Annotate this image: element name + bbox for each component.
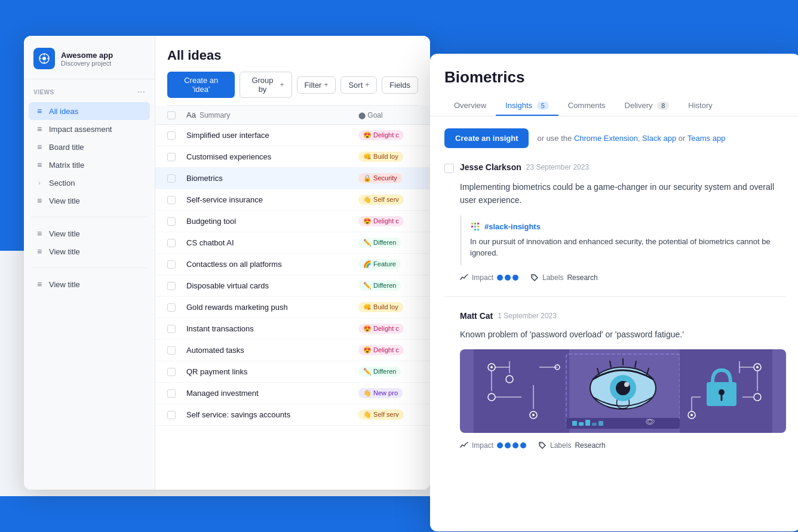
- create-insight-button[interactable]: Create an insight: [444, 128, 529, 148]
- sidebar-more-icon[interactable]: ···: [137, 87, 145, 97]
- row-goal: 👋 Self serv: [358, 410, 418, 420]
- sidebar-section-3: ≡ View title: [24, 273, 155, 296]
- sidebar-item-view-title-4[interactable]: ≡ View title: [29, 275, 150, 293]
- sidebar-item-impact-assessment[interactable]: ≡ Impact assesment: [29, 120, 150, 138]
- table-row[interactable]: CS chatbot AI ✏️ Differen: [155, 232, 430, 254]
- row-check: [167, 282, 186, 290]
- sidebar-item-label: View title: [49, 229, 80, 238]
- insight-2-impact: Impact: [460, 441, 526, 450]
- row-checkbox[interactable]: [167, 368, 176, 376]
- row-checkbox[interactable]: [167, 131, 176, 140]
- sidebar-item-all-ideas[interactable]: ≡ All ideas: [29, 102, 150, 120]
- tab-overview[interactable]: Overview: [444, 96, 496, 116]
- insight-action-bar: Create an insight or use the Chrome Exte…: [444, 128, 786, 148]
- insight-1-label-value: Research: [567, 273, 597, 282]
- row-checkbox[interactable]: [167, 260, 176, 269]
- table-row[interactable]: Automated tasks 😍 Delight c: [155, 340, 430, 361]
- row-summary: Instant transactions: [186, 324, 358, 333]
- table-row[interactable]: Contactless on all platforms 🌈 Feature: [155, 254, 430, 275]
- goal-tag: ✏️ Differen: [358, 238, 401, 248]
- row-checkbox[interactable]: [167, 411, 176, 419]
- teams-app-link[interactable]: Teams app: [687, 134, 726, 143]
- row-check: [167, 217, 186, 226]
- row-goal: 😍 Delight c: [358, 324, 418, 334]
- row-checkbox[interactable]: [167, 196, 176, 204]
- svg-point-10: [533, 275, 534, 276]
- insight-2-labels: Labels Reseacrh: [538, 441, 606, 450]
- row-checkbox[interactable]: [167, 153, 176, 161]
- goal-tag: 😍 Delight c: [358, 130, 404, 140]
- insight-1-text: Implementing biometrics could be a game-…: [460, 180, 786, 207]
- table-row[interactable]: Gold rewards marketing push 👊 Build loy: [155, 297, 430, 318]
- table-row[interactable]: Self-service insurance 👋 Self serv: [155, 189, 430, 211]
- row-goal: 👋 New pro: [358, 388, 418, 398]
- fields-button[interactable]: Fields: [382, 76, 418, 94]
- row-check: [167, 368, 186, 376]
- table-row[interactable]: Self service: savings accounts 👋 Self se…: [155, 404, 430, 426]
- tab-insights[interactable]: Insights 5: [496, 96, 558, 116]
- row-checkbox[interactable]: [167, 325, 176, 333]
- list-icon: ≡: [35, 142, 44, 152]
- sidebar-item-label: Board title: [49, 143, 84, 152]
- row-checkbox[interactable]: [167, 346, 176, 355]
- svg-point-42: [756, 366, 759, 368]
- row-checkbox[interactable]: [167, 239, 176, 247]
- create-idea-button[interactable]: Create an 'idea': [167, 72, 235, 98]
- row-summary: Managed investment: [186, 389, 358, 398]
- row-checkbox[interactable]: [167, 303, 176, 312]
- insight-1-labels: Labels Research: [530, 273, 598, 282]
- row-goal: 👊 Build loy: [358, 152, 418, 162]
- svg-rect-54: [579, 422, 584, 426]
- sidebar-item-matrix-title[interactable]: ≡ Matrix title: [29, 156, 150, 174]
- table-row[interactable]: Budgeting tool 😍 Delight c: [155, 211, 430, 232]
- row-checkbox[interactable]: [167, 217, 176, 226]
- svg-rect-53: [572, 421, 577, 426]
- slack-app-link[interactable]: Slack app: [642, 134, 676, 143]
- group-by-button[interactable]: Group by +: [240, 72, 291, 98]
- sidebar-item-view-title-2[interactable]: ≡ View title: [29, 225, 150, 242]
- plus-icon: +: [324, 81, 328, 89]
- insight-2-label-value: Reseacrh: [575, 441, 605, 450]
- table-row[interactable]: Disposable virtual cards ✏️ Differen: [155, 275, 430, 297]
- row-checkbox[interactable]: [167, 174, 176, 183]
- insight-1-checkbox[interactable]: [444, 164, 454, 173]
- table-row[interactable]: Customised experiences 👊 Build loy: [155, 146, 430, 168]
- row-goal: 😍 Delight c: [358, 345, 418, 355]
- table-row[interactable]: Simplified user interface 😍 Delight c: [155, 125, 430, 146]
- svg-rect-7: [477, 226, 479, 227]
- insight-card-2: Matt Cat 1 September 2023 Known problem …: [444, 311, 786, 464]
- tab-history[interactable]: History: [679, 96, 722, 116]
- sidebar-section-header: VIEWS ···: [29, 87, 150, 102]
- sidebar-item-section[interactable]: › Section: [29, 174, 150, 192]
- table-row[interactable]: QR payment links ✏️ Differen: [155, 361, 430, 383]
- sidebar-item-view-title-3[interactable]: ≡ View title: [29, 242, 150, 260]
- insight-card-1-header: Jesse Clarkson 23 September 2023: [444, 162, 786, 173]
- sidebar-section-title: VIEWS: [33, 89, 54, 96]
- row-summary: QR payment links: [186, 367, 358, 376]
- filter-button[interactable]: Filter +: [297, 76, 336, 94]
- row-summary: Customised experiences: [186, 152, 358, 161]
- col-check-header: [167, 111, 186, 119]
- detail-header: Biometrics Overview Insights 5 Comments …: [430, 54, 798, 116]
- row-checkbox[interactable]: [167, 389, 176, 398]
- tab-delivery[interactable]: Delivery 8: [615, 96, 679, 116]
- sidebar-item-view-title-1[interactable]: ≡ View title: [29, 192, 150, 210]
- goal-tag: 🌈 Feature: [358, 259, 401, 269]
- table-row[interactable]: Biometrics 🔒 Security: [155, 168, 430, 189]
- row-summary: Gold rewards marketing push: [186, 303, 358, 312]
- select-all-checkbox[interactable]: [167, 111, 176, 119]
- chrome-extension-link[interactable]: Chrome Extension: [574, 134, 638, 143]
- row-goal: 🌈 Feature: [358, 259, 418, 269]
- table-row[interactable]: Instant transactions 😍 Delight c: [155, 318, 430, 340]
- sort-button[interactable]: Sort +: [340, 76, 377, 94]
- row-goal: 👊 Build loy: [358, 302, 418, 312]
- row-checkbox[interactable]: [167, 282, 176, 290]
- plus-icon: +: [280, 81, 284, 89]
- tab-comments[interactable]: Comments: [558, 96, 615, 116]
- col-goal-header: ⬤ Goal: [358, 111, 418, 119]
- insight-image: [460, 349, 786, 433]
- table-row[interactable]: Managed investment 👋 New pro: [155, 383, 430, 404]
- insight-1-slack-channel: #slack-insights: [484, 222, 541, 231]
- sidebar-item-board-title[interactable]: ≡ Board title: [29, 138, 150, 156]
- insight-1-body: Implementing biometrics could be a game-…: [444, 180, 786, 282]
